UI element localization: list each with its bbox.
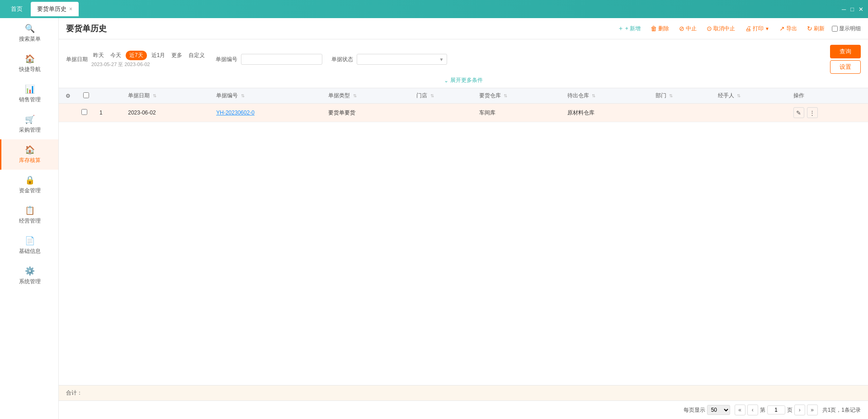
sidebar-item-purchase-mgmt-label: 采购管理	[19, 126, 41, 134]
refresh-button[interactable]: ↻ 刷新	[804, 23, 827, 34]
sidebar-item-basic-info[interactable]: 📄 基础信息	[0, 230, 58, 261]
next-page-button[interactable]: ›	[794, 405, 805, 415]
sidebar-item-inventory[interactable]: 🏠 库存核算	[0, 139, 58, 170]
select-all-checkbox[interactable]	[83, 92, 89, 98]
col-department-sort-icon[interactable]: ⇅	[669, 93, 673, 98]
col-check[interactable]	[77, 88, 95, 104]
sidebar: 🔍 搜索菜单 🏠 快捷导航 📊 销售管理 🛒 采购管理 🏠 库存核算 🔒 资金管…	[0, 18, 59, 419]
finance-mgmt-icon: 🔒	[25, 175, 35, 185]
cell-check[interactable]	[77, 104, 95, 122]
col-store-sort-icon[interactable]: ⇅	[430, 93, 434, 98]
col-pending-warehouse[interactable]: 待出仓库 ⇅	[563, 88, 651, 104]
col-store[interactable]: 门店 ⇅	[412, 88, 474, 104]
sidebar-item-finance-mgmt[interactable]: 🔒 资金管理	[0, 170, 58, 200]
col-date[interactable]: 单据日期 ⇅	[123, 88, 212, 104]
col-doc-no[interactable]: 单据编号 ⇅	[212, 88, 324, 104]
sidebar-item-system-mgmt[interactable]: ⚙️ 系统管理	[0, 261, 58, 291]
minimize-button[interactable]: ─	[842, 6, 846, 13]
current-page-input[interactable]	[767, 405, 785, 414]
date-shortcut-today[interactable]: 今天	[108, 51, 123, 60]
expand-down-icon: ⌄	[444, 77, 448, 84]
row-checkbox[interactable]	[81, 109, 87, 115]
tab-bar: 首页 要货单历史 ×	[5, 2, 842, 16]
col-doc-type[interactable]: 单据类型 ⇅	[324, 88, 412, 104]
row-more-icon: ⋮	[809, 110, 815, 116]
refresh-label: 刷新	[814, 25, 825, 33]
export-label: 导出	[786, 25, 797, 33]
close-button[interactable]: ✕	[859, 6, 863, 13]
maximize-button[interactable]: □	[850, 6, 854, 13]
display-detail-checkbox[interactable]	[832, 26, 838, 32]
main-layout: 🔍 搜索菜单 🏠 快捷导航 📊 销售管理 🛒 采购管理 🏠 库存核算 🔒 资金管…	[0, 18, 868, 419]
col-handler-sort-icon[interactable]: ⇅	[737, 93, 741, 98]
tab-close-icon[interactable]: ×	[69, 6, 72, 12]
date-shortcuts: 昨天 今天 近7天 近1月 更多 自定义 2023-05-27 至 2023-0…	[91, 51, 207, 68]
delete-button[interactable]: 🗑 删除	[648, 23, 672, 34]
data-table: ⚙ 单据日期 ⇅ 单据编号 ⇅ 单据类型 ⇅	[59, 88, 868, 122]
date-shortcut-yesterday[interactable]: 昨天	[91, 51, 106, 60]
filter-area: 单据日期 昨天 今天 近7天 近1月 更多 自定义 2023-05-27 至 2…	[59, 39, 868, 88]
sidebar-item-search-menu[interactable]: 🔍 搜索菜单	[0, 18, 58, 48]
sidebar-item-purchase-mgmt[interactable]: 🛒 采购管理	[0, 109, 58, 139]
doc-no-input[interactable]	[241, 54, 322, 65]
display-detail-toggle[interactable]: 显示明细	[832, 25, 861, 33]
col-date-sort-icon[interactable]: ⇅	[153, 93, 156, 98]
stop-button[interactable]: ⊘ 中止	[676, 23, 699, 34]
col-req-warehouse-sort-icon[interactable]: ⇅	[504, 93, 507, 98]
sidebar-item-quick-nav[interactable]: 🏠 快捷导航	[0, 48, 58, 79]
date-shortcut-1month[interactable]: 近1月	[150, 51, 167, 60]
sidebar-item-inventory-label: 库存核算	[19, 157, 41, 164]
stop-icon: ⊘	[679, 25, 684, 32]
page-title: 要货单历史	[66, 23, 615, 34]
filter-action-buttons: 查询 设置	[830, 45, 861, 74]
row-actions: ✎ ⋮	[793, 107, 863, 118]
status-select[interactable]: 全部	[357, 54, 447, 65]
cell-doc-no[interactable]: YH-20230602-0	[212, 104, 324, 122]
expand-more-button[interactable]: ⌄ 展开更多条件	[66, 76, 861, 84]
col-handler[interactable]: 经手人 ⇅	[713, 88, 789, 104]
col-department[interactable]: 部门 ⇅	[651, 88, 713, 104]
settings-button[interactable]: 设置	[830, 60, 861, 74]
table-header-row: ⚙ 单据日期 ⇅ 单据编号 ⇅ 单据类型 ⇅	[59, 88, 868, 104]
sidebar-item-search-menu-label: 搜索菜单	[19, 35, 41, 43]
col-pending-warehouse-sort-icon[interactable]: ⇅	[592, 93, 595, 98]
cancel-stop-button[interactable]: ⊙ 取消中止	[704, 23, 738, 34]
date-shortcut-7days[interactable]: 近7天	[126, 51, 147, 60]
last-page-button[interactable]: »	[807, 405, 818, 415]
cancel-stop-label: 取消中止	[713, 25, 735, 33]
date-shortcut-custom[interactable]: 自定义	[187, 51, 207, 60]
date-shortcut-more[interactable]: 更多	[170, 51, 184, 60]
page-size-select[interactable]: 50 20 100	[707, 405, 730, 415]
print-icon: 🖨	[745, 25, 751, 32]
prev-page-button[interactable]: ‹	[747, 405, 758, 415]
query-button[interactable]: 查询	[830, 45, 861, 58]
print-button[interactable]: 🖨 打印 ▼	[742, 23, 772, 34]
col-settings[interactable]: ⚙	[59, 88, 77, 104]
cell-handler	[713, 104, 789, 122]
row-edit-button[interactable]: ✎	[793, 107, 804, 118]
expand-more-label: 展开更多条件	[450, 76, 483, 84]
cell-req-warehouse: 车间库	[475, 104, 563, 122]
col-req-warehouse[interactable]: 要货仓库 ⇅	[475, 88, 563, 104]
sidebar-item-operations-mgmt[interactable]: 📋 经营管理	[0, 200, 58, 230]
cell-date: 2023-06-02	[123, 104, 212, 122]
total-info: 共1页，1条记录	[822, 406, 861, 414]
add-icon: ＋	[618, 24, 624, 33]
cell-department	[651, 104, 713, 122]
sidebar-item-basic-info-label: 基础信息	[19, 248, 41, 255]
sales-mgmt-icon: 📊	[25, 84, 35, 94]
add-button[interactable]: ＋ + 新增	[615, 23, 643, 34]
tab-requisition-history[interactable]: 要货单历史 ×	[31, 2, 79, 16]
col-handler-label: 经手人	[718, 92, 734, 99]
first-page-button[interactable]: «	[735, 405, 745, 415]
page-label-prefix: 第	[760, 406, 765, 414]
sidebar-item-sales-mgmt[interactable]: 📊 销售管理	[0, 79, 58, 109]
col-doc-no-sort-icon[interactable]: ⇅	[241, 93, 245, 98]
col-doc-type-sort-icon[interactable]: ⇅	[353, 93, 357, 98]
row-more-button[interactable]: ⋮	[807, 107, 818, 118]
delete-label: 删除	[658, 25, 669, 33]
pagination-bar: 每页显示 50 20 100 « ‹ 第 页 › » 共1页，1条记录	[59, 400, 868, 419]
date-range-display: 2023-05-27 至 2023-06-02	[91, 61, 207, 68]
export-button[interactable]: ↗ 导出	[777, 23, 800, 34]
tab-home[interactable]: 首页	[5, 2, 29, 16]
